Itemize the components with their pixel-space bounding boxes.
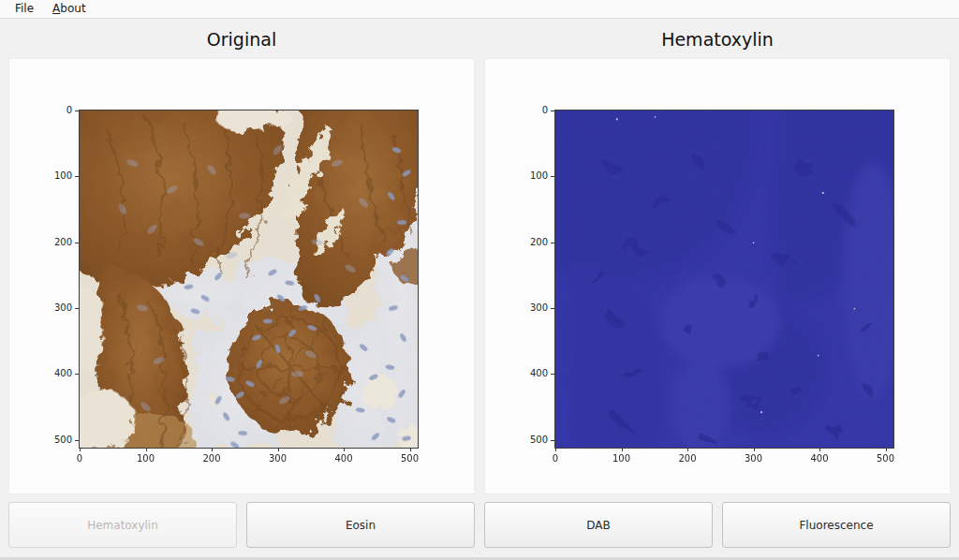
stain-button-row: Hematoxylin Eosin DAB Fluorescence (8, 502, 951, 548)
y-tick-label: 400 (40, 369, 72, 378)
x-tick-mark (344, 448, 345, 451)
x-tick-label: 0 (77, 454, 82, 464)
menubar: File About (0, 0, 959, 19)
y-tick-mark (75, 308, 79, 309)
hematoxylin-image-plot: 0100200300400500 0100200300400500 (554, 110, 894, 449)
y-tick-mark (551, 308, 554, 309)
y-tick-mark (75, 440, 79, 441)
y-tick-label: 400 (516, 369, 548, 378)
x-tick-label: 300 (269, 454, 287, 464)
x-tick-mark (819, 448, 820, 451)
x-tick-mark (687, 448, 688, 451)
x-tick-label: 400 (810, 454, 828, 464)
x-tick-mark (212, 448, 213, 451)
y-tick-mark (75, 176, 79, 177)
panel-original: 0100200300400500 0100200300400500 (8, 58, 475, 494)
y-tick-mark (551, 176, 554, 177)
y-tick-label: 200 (516, 238, 548, 247)
y-tick-mark (551, 440, 554, 441)
y-tick-label: 0 (516, 106, 548, 115)
y-tick-label: 0 (40, 106, 72, 115)
x-tick-label: 100 (137, 454, 155, 464)
x-tick-mark (555, 448, 556, 451)
y-tick-mark (551, 243, 554, 243)
y-tick-label: 300 (40, 303, 72, 313)
original-histology-image (80, 111, 418, 448)
y-tick-label: 200 (40, 238, 72, 247)
x-tick-label: 500 (877, 454, 894, 464)
x-tick-mark (622, 448, 623, 451)
y-tick-label: 300 (516, 303, 548, 313)
x-tick-label: 100 (612, 454, 630, 464)
x-tick-mark (410, 448, 411, 451)
menu-item-file[interactable]: File (7, 0, 41, 18)
hematoxylin-channel-image (555, 111, 893, 448)
y-tick-mark (551, 111, 554, 111)
figure-title-original: Original (8, 27, 475, 52)
x-tick-mark (754, 448, 755, 451)
x-tick-label: 400 (334, 454, 352, 464)
panel-hematoxylin: 0100200300400500 0100200300400500 (484, 58, 951, 494)
y-tick-label: 100 (40, 171, 72, 181)
x-tick-mark (80, 448, 81, 451)
eosin-button[interactable]: Eosin (246, 502, 475, 548)
x-tick-mark (146, 448, 147, 451)
hematoxylin-button[interactable]: Hematoxylin (8, 502, 237, 548)
y-tick-mark (75, 243, 79, 243)
fluorescence-button[interactable]: Fluorescence (722, 502, 951, 548)
dab-button[interactable]: DAB (484, 502, 713, 548)
y-tick-label: 500 (516, 435, 548, 445)
x-tick-label: 500 (401, 454, 419, 464)
y-tick-mark (75, 111, 79, 111)
x-tick-label: 300 (745, 454, 762, 464)
y-tick-mark (75, 374, 79, 375)
x-tick-label: 200 (202, 454, 220, 464)
x-tick-mark (886, 448, 887, 451)
y-tick-mark (551, 374, 554, 375)
x-tick-mark (278, 448, 279, 451)
x-tick-label: 200 (678, 454, 696, 464)
original-image-plot: 0100200300400500 0100200300400500 (79, 110, 419, 449)
menu-item-about[interactable]: About (45, 0, 94, 18)
y-tick-label: 100 (516, 171, 548, 181)
y-tick-label: 500 (40, 435, 72, 445)
x-tick-label: 0 (553, 454, 558, 464)
figure-title-hematoxylin: Hematoxylin (484, 27, 951, 52)
